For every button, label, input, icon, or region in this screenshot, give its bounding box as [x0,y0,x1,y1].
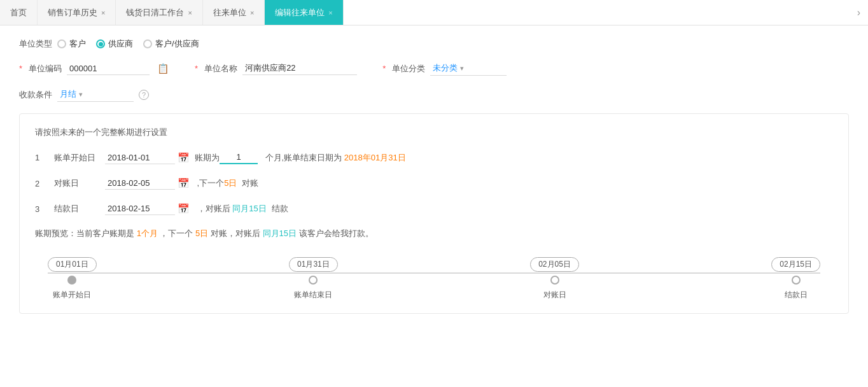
tab-scroll-arrow[interactable]: › [850,7,868,18]
unit-category-value: 未分类 [433,62,458,74]
months-input[interactable] [220,151,258,164]
timeline-label-3: 对账日 [543,290,566,300]
start-date-calendar-icon[interactable]: 📅 [178,152,190,164]
timeline-dot-4 [792,276,801,285]
tabs-bar: 首页 销售订单历史 × 钱货日清工作台 × 往来单位 × 编辑往来单位 × › [0,0,868,25]
preview-section: 账期预览：当前客户账期是 1个月 ，下一个 5日 对账，对账后 同月15日 该客… [35,228,833,300]
reconcile-date-input[interactable] [105,177,175,190]
period-row1-highlight: 2018年01月31日 [344,152,406,164]
timeline-date-4: 02月15日 [771,257,820,272]
period-row1-desc-suffix: 个月,账单结束日期为 [263,152,344,164]
period-row2-desc-prefix: ,下一个 [195,178,224,189]
radio-customer-circle [57,39,66,48]
preview-part1-highlight: 1个月 [137,229,158,238]
close-icon[interactable]: × [101,9,105,17]
timeline-point-4: 02月15日 结款日 [771,257,820,300]
radio-supplier-circle [96,39,105,48]
timeline-point-1: 01月01日 账单开始日 [48,257,97,300]
payment-date-calendar-icon[interactable]: 📅 [178,203,190,215]
unit-code-calendar-icon[interactable]: 📋 [157,63,169,74]
timeline-label-2: 账单结束日 [294,290,332,300]
radio-both-label: 客户/供应商 [155,38,199,50]
period-row2-desc-suffix: 对账 [242,178,258,189]
unit-info-row: * 单位编码 📋 * 单位名称 * 单位分类 未分类 ▾ [19,61,849,76]
required-star-name: * [195,64,198,73]
period-row3-highlight: 同月15日 [232,203,266,215]
timeline-date-3: 02月05日 [530,257,579,272]
timeline-date-2: 01月31日 [289,257,338,272]
tab-home-label: 首页 [10,7,27,18]
payment-terms-value: 月结 [60,88,76,100]
timeline-label-4: 结款日 [785,290,808,300]
period-row-1: 1 账单开始日 📅 账期为 个月,账单结束日期为 2018年01月31日 [35,151,833,164]
payment-terms-label: 收款条件 [19,89,52,101]
unit-type-row: 单位类型 客户 供应商 客户/供应商 [19,38,849,50]
preview-part4: 该客户会给我打款。 [299,229,374,238]
timeline-points: 01月01日 账单开始日 01月31日 账单结束日 [48,257,820,300]
close-icon[interactable]: × [188,9,192,17]
timeline: 01月01日 账单开始日 01月31日 账单结束日 [35,257,833,300]
main-content: 单位类型 客户 供应商 客户/供应商 * 单位编码 [0,25,868,387]
unit-category-label: 单位分类 [392,63,425,74]
timeline-point-2: 01月31日 账单结束日 [289,257,338,300]
tab-cash-work[interactable]: 钱货日清工作台 × [116,0,202,25]
period-row1-desc-prefix: 账期为 [195,152,220,164]
radio-customer-label: 客户 [69,38,86,50]
radio-supplier-label: 供应商 [108,38,133,50]
period-row-2: 2 对账日 📅 ,下一个 5日 对账 [35,177,833,190]
help-icon[interactable]: ? [139,90,149,100]
required-star-category: * [382,64,386,73]
period-num-2: 2 [35,179,54,188]
period-row3-desc-suffix: 结款 [272,203,288,215]
close-icon[interactable]: × [250,9,254,17]
unit-type-group: 单位类型 客户 供应商 客户/供应商 [19,38,199,50]
tab-sales-order-history-label: 销售订单历史 [48,7,97,18]
period-field-label-1: 账单开始日 [54,152,105,164]
payment-terms-select[interactable]: 月结 ▾ [57,87,134,102]
timeline-line [48,272,820,274]
unit-type-label: 单位类型 [19,38,52,50]
timeline-dot-1 [67,276,76,285]
tab-sales-order-history[interactable]: 销售订单历史 × [38,0,116,25]
chevron-down-icon-payment: ▾ [79,90,83,99]
close-icon[interactable]: × [328,9,332,17]
period-num-3: 3 [35,204,54,214]
period-field-label-3: 结款日 [54,203,105,215]
unit-category-group: * 单位分类 未分类 ▾ [382,61,507,76]
period-settings-box: 请按照未来的一个完整帐期进行设置 1 账单开始日 📅 账期为 个月,账单结束日期… [19,113,849,314]
unit-code-input[interactable] [67,62,150,75]
payment-date-input[interactable] [105,202,175,215]
chevron-down-icon: ▾ [460,64,464,73]
radio-group-unit-type: 客户 供应商 客户/供应商 [57,38,199,50]
unit-name-input[interactable] [242,62,357,75]
reconcile-date-calendar-icon[interactable]: 📅 [178,178,190,189]
radio-customer[interactable]: 客户 [57,38,86,50]
timeline-label-1: 账单开始日 [53,290,91,300]
radio-both[interactable]: 客户/供应商 [143,38,199,50]
tab-partner-units[interactable]: 往来单位 × [203,0,265,25]
payment-terms-row: 收款条件 月结 ▾ ? [19,87,849,102]
preview-prefix: 账期预览：当前客户账期是 [35,229,134,238]
tab-home[interactable]: 首页 [0,0,38,25]
start-date-input[interactable] [105,151,175,164]
tab-edit-partner-label: 编辑往来单位 [275,7,325,18]
unit-name-group: * 单位名称 [195,62,357,75]
unit-code-label: 单位编码 [29,63,62,74]
radio-both-circle [143,39,152,48]
unit-code-group: * 单位编码 📋 [19,62,169,75]
preview-part3-highlight: 同月15日 [263,229,297,238]
period-num-1: 1 [35,153,54,162]
period-field-label-2: 对账日 [54,178,105,189]
unit-category-select[interactable]: 未分类 ▾ [430,61,507,76]
preview-part3: 对账，对账后 [211,229,260,238]
timeline-dot-3 [550,276,559,285]
radio-supplier[interactable]: 供应商 [96,38,133,50]
period-row-3: 3 结款日 📅 ，对账后 同月15日 结款 [35,202,833,215]
period-row2-highlight: 5日 [224,178,237,189]
timeline-point-3: 02月05日 对账日 [530,257,579,300]
tab-edit-partner[interactable]: 编辑往来单位 × [265,0,343,25]
period-title: 请按照未来的一个完整帐期进行设置 [35,127,833,138]
required-star-code: * [19,64,22,73]
timeline-date-1: 01月01日 [48,257,97,272]
tab-cash-work-label: 钱货日清工作台 [126,7,184,18]
